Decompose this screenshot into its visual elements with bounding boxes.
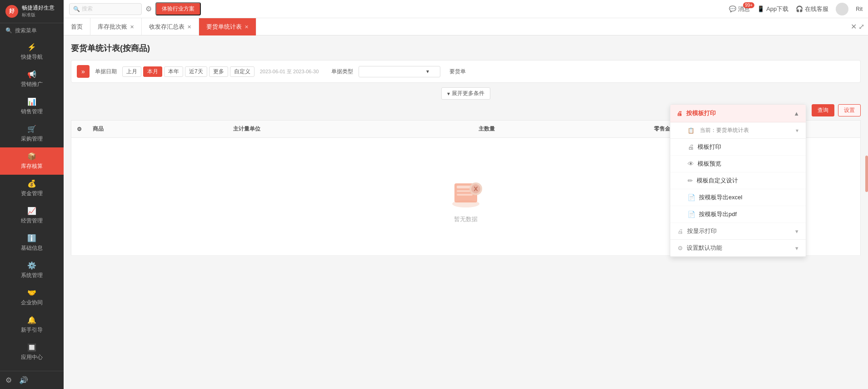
topbar: 🔍 搜索 ⚙ 体验行业方案 💬 消息 99+ 📱 App下载 🎧 在线客服 Ri… bbox=[64, 0, 868, 18]
system-icon: ⚙️ bbox=[27, 261, 36, 270]
filter-bar: » 单据日期 上月 本月 本年 近7天 更多 自定义 2023-06-01 至 … bbox=[71, 60, 861, 83]
app-name: 畅捷通好生意 bbox=[22, 5, 55, 12]
template-design-icon: ✏ bbox=[688, 177, 693, 184]
dropdown-item-template-design[interactable]: ✏ 模板自定义设计 bbox=[670, 172, 806, 189]
tab-close-all-icon[interactable]: ✕ bbox=[851, 22, 857, 31]
order-status-label: 要货单 bbox=[449, 68, 466, 76]
topbar-search[interactable]: 🔍 搜索 bbox=[69, 3, 142, 15]
sidebar-item-label: 库存核算 bbox=[21, 162, 43, 170]
sound-footer-icon[interactable]: 🔊 bbox=[19, 376, 28, 384]
page-title: 要货单统计表(按商品) bbox=[71, 43, 861, 54]
default-settings-arrow: ▾ bbox=[795, 245, 798, 252]
app-download-btn[interactable]: 📱 App下载 bbox=[757, 5, 788, 13]
settings-footer-icon[interactable]: ⚙ bbox=[5, 376, 12, 384]
topbar-gear-icon[interactable]: ⚙ bbox=[145, 5, 152, 13]
settings-btn[interactable]: 设置 bbox=[838, 104, 861, 116]
dropdown-title-area: 🖨 按模板打印 bbox=[677, 109, 716, 117]
dropdown-print-icon: 🖨 bbox=[677, 110, 683, 117]
template-preview-icon: 👁 bbox=[688, 160, 694, 167]
dropdown-collapse-btn[interactable]: ▲ bbox=[793, 110, 799, 117]
sidebar-item-purchase[interactable]: 🛒 采购管理 bbox=[0, 120, 64, 147]
tabs-right-controls: ✕ ⤢ bbox=[851, 22, 868, 31]
date-btn-last-month[interactable]: 上月 bbox=[122, 66, 141, 77]
sidebar-item-marketing[interactable]: 📢 营销推广 bbox=[0, 66, 64, 93]
dropdown-current-template[interactable]: 📋 当前：要货单统计表 ▾ bbox=[670, 122, 806, 139]
sidebar-item-inventory[interactable]: 📦 库存核算 bbox=[0, 147, 64, 175]
tab-close-order-stats[interactable]: ✕ bbox=[244, 18, 249, 35]
dropdown-item-template-preview[interactable]: 👁 模板预览 bbox=[670, 156, 806, 172]
sidebar-item-label: 经营管理 bbox=[21, 217, 43, 225]
logo-icon: 好 bbox=[5, 5, 18, 18]
sidebar-nav: ⚡ 快捷导航 📢 营销推广 📊 销售管理 🛒 采购管理 📦 库存核算 💰 资金管… bbox=[0, 38, 64, 371]
message-badge: 99+ bbox=[743, 2, 754, 8]
sidebar-item-guide[interactable]: 🔔 新手引导 bbox=[0, 311, 64, 338]
operation-icon: 📈 bbox=[27, 207, 36, 215]
basic-icon: ℹ️ bbox=[27, 234, 36, 242]
sidebar-item-finance[interactable]: 💰 资金管理 bbox=[0, 175, 64, 202]
scrollbar-indicator[interactable] bbox=[865, 156, 868, 192]
user-avatar bbox=[836, 3, 848, 15]
sidebar-item-corp[interactable]: 🤝 企业协同 bbox=[0, 284, 64, 311]
apps-icon: 🔲 bbox=[27, 343, 36, 352]
date-btn-7days[interactable]: 近7天 bbox=[185, 66, 207, 77]
sidebar-item-label: 营销推广 bbox=[21, 81, 43, 88]
tab-batch-accounts[interactable]: 库存批次账 ✕ bbox=[90, 18, 142, 35]
sidebar-item-apps[interactable]: 🔲 应用中心 bbox=[0, 338, 64, 366]
date-range-display: 2023-06-01 至 2023-06-30 bbox=[260, 68, 319, 75]
date-btn-custom[interactable]: 自定义 bbox=[230, 66, 254, 77]
service-label: 在线客服 bbox=[805, 5, 828, 13]
sidebar-item-label: 销售管理 bbox=[21, 108, 43, 116]
dropdown-item-template-pdf[interactable]: 📄 按模板导出pdf bbox=[670, 206, 806, 223]
sales-icon: 📊 bbox=[27, 97, 36, 106]
table-settings-icon[interactable]: ⚙ bbox=[77, 126, 82, 132]
tab-expand-icon[interactable]: ⤢ bbox=[858, 22, 864, 31]
dropdown-group-display-print[interactable]: 🖨 按显示打印 ▾ bbox=[670, 223, 806, 240]
date-btn-more[interactable]: 更多 bbox=[209, 66, 228, 77]
search-icon: 🔍 bbox=[5, 27, 12, 34]
filter-expand-btn[interactable]: » bbox=[77, 65, 90, 78]
customer-service-btn[interactable]: 🎧 在线客服 bbox=[796, 5, 828, 13]
tab-order-stats[interactable]: 要货单统计表 ✕ bbox=[199, 18, 256, 35]
main-content: 要货单统计表(按商品) » 单据日期 上月 本月 本年 近7天 更多 自定义 2… bbox=[64, 35, 868, 389]
empty-text: 暂无数据 bbox=[454, 215, 478, 223]
wechat-icon: 💬 bbox=[27, 370, 36, 371]
display-print-arrow: ▾ bbox=[795, 228, 798, 235]
sidebar-search[interactable]: 🔍 搜索菜单 bbox=[0, 23, 64, 38]
template-print-icon: 🖨 bbox=[688, 143, 694, 151]
query-btn[interactable]: 查询 bbox=[812, 104, 834, 116]
tab-home[interactable]: 首页 bbox=[64, 18, 90, 35]
sidebar-item-operation[interactable]: 📈 经营管理 bbox=[0, 202, 64, 229]
expand-more-btn[interactable]: ▾ 展开更多条件 bbox=[441, 87, 490, 100]
topbar-search-placeholder: 搜索 bbox=[82, 5, 93, 13]
tab-close-receipts-summary[interactable]: ✕ bbox=[187, 18, 191, 35]
sidebar-item-label: 应用中心 bbox=[21, 354, 43, 361]
col-unit: 主计量单位 bbox=[228, 121, 473, 138]
dropdown-item-template-excel[interactable]: 📄 按模板导出excel bbox=[670, 189, 806, 206]
quick-nav-icon: ⚡ bbox=[27, 43, 36, 51]
date-btn-this-month[interactable]: 本月 bbox=[143, 66, 162, 77]
tab-receipts-summary[interactable]: 收发存汇总表 ✕ bbox=[142, 18, 199, 35]
topbar-right: 💬 消息 99+ 📱 App下载 🎧 在线客服 Rit bbox=[729, 3, 863, 15]
dropdown-group-default-settings[interactable]: ⚙ 设置默认功能 ▾ bbox=[670, 240, 806, 257]
topbar-search-icon: 🔍 bbox=[73, 6, 80, 12]
purchase-icon: 🛒 bbox=[27, 125, 36, 133]
sidebar-item-system[interactable]: ⚙️ 系统管理 bbox=[0, 257, 64, 284]
print-dropdown-panel: 🖨 按模板打印 ▲ 📋 当前：要货单统计表 ▾ 🖨 模板打印 👁 模板预览 bbox=[670, 104, 806, 257]
col-qty: 主数量 bbox=[473, 121, 649, 138]
type-filter-select[interactable]: ▾ bbox=[359, 66, 440, 77]
message-btn[interactable]: 💬 消息 99+ bbox=[729, 5, 750, 13]
trial-btn[interactable]: 体验行业方案 bbox=[155, 2, 201, 15]
message-icon: 💬 bbox=[729, 5, 736, 12]
template-excel-icon: 📄 bbox=[688, 194, 695, 201]
sidebar-item-basic[interactable]: ℹ️ 基础信息 bbox=[0, 229, 64, 257]
app-version: 标准版 bbox=[22, 12, 55, 18]
sidebar-item-label: 采购管理 bbox=[21, 135, 43, 143]
sidebar-item-wechat[interactable]: 💬 企业微信 bbox=[0, 366, 64, 371]
sidebar-item-quick-nav[interactable]: ⚡ 快捷导航 bbox=[0, 38, 64, 66]
dropdown-current-icon: 📋 bbox=[688, 127, 694, 134]
expand-more-row: ▾ 展开更多条件 bbox=[71, 87, 861, 100]
sidebar-item-sales[interactable]: 📊 销售管理 bbox=[0, 93, 64, 120]
tab-close-batch-accounts[interactable]: ✕ bbox=[130, 18, 134, 35]
dropdown-item-template-print[interactable]: 🖨 模板打印 bbox=[670, 139, 806, 156]
date-btn-this-year[interactable]: 本年 bbox=[164, 66, 183, 77]
